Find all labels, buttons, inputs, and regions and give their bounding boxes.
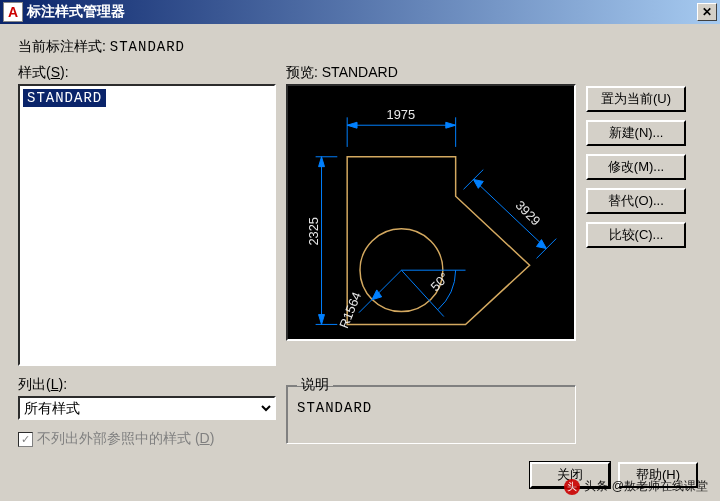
title-bar: A 标注样式管理器 ✕ [0, 0, 720, 24]
svg-marker-10 [319, 315, 325, 325]
modify-button[interactable]: 修改(M)... [586, 154, 686, 180]
new-button[interactable]: 新建(N)... [586, 120, 686, 146]
current-style-value: STANDARD [110, 39, 185, 55]
list-item[interactable]: STANDARD [23, 89, 106, 107]
description-group: 说明 STANDARD [286, 376, 576, 444]
watermark-text: 头条 @敖老师在线课堂 [584, 478, 708, 495]
svg-marker-9 [319, 157, 325, 167]
svg-marker-4 [347, 122, 357, 128]
watermark-icon: 头 [564, 479, 580, 495]
description-value: STANDARD [297, 400, 565, 416]
list-label: 列出(L): [18, 376, 276, 394]
compare-button[interactable]: 比较(C)... [586, 222, 686, 248]
styles-label: 样式(S): [18, 64, 276, 82]
list-combobox[interactable]: 所有样式 [18, 396, 276, 420]
svg-marker-5 [446, 122, 456, 128]
watermark: 头 头条 @敖老师在线课堂 [564, 478, 708, 495]
preview-pane: 1975 2325 3929 R1564 50° [286, 84, 576, 341]
close-icon[interactable]: ✕ [697, 3, 717, 21]
xref-checkbox[interactable]: ✓ [18, 432, 33, 447]
set-current-button[interactable]: 置为当前(U) [586, 86, 686, 112]
description-legend: 说明 [297, 376, 333, 394]
dim-angle: 50° [427, 270, 451, 294]
dim-top: 1975 [387, 107, 416, 122]
window-title: 标注样式管理器 [27, 3, 697, 21]
override-button[interactable]: 替代(O)... [586, 188, 686, 214]
xref-checkbox-row: ✓ 不列出外部参照中的样式 (D) [18, 430, 276, 448]
app-logo-icon: A [3, 2, 23, 22]
current-style-label: 当前标注样式: [18, 38, 106, 54]
current-style-line: 当前标注样式: STANDARD [18, 38, 702, 56]
xref-checkbox-label: 不列出外部参照中的样式 [37, 430, 191, 446]
dimension-preview-drawing: 1975 2325 3929 R1564 50° [288, 86, 574, 339]
dim-left: 2325 [306, 217, 321, 246]
styles-listbox[interactable]: STANDARD [18, 84, 276, 366]
preview-label: 预览: STANDARD [286, 64, 576, 82]
dim-diag: 3929 [513, 198, 544, 229]
